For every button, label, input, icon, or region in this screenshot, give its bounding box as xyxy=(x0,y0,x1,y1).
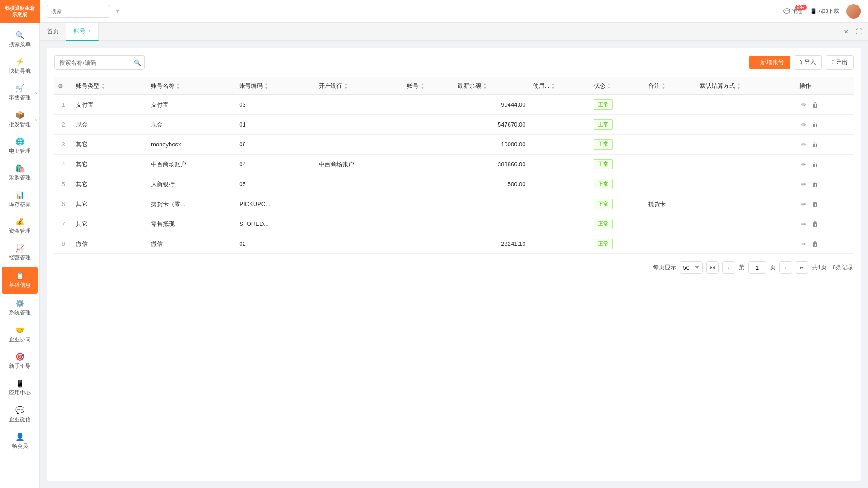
app-download-button[interactable]: 📱 App下载 xyxy=(810,7,839,15)
sidebar-item-system-mgmt[interactable]: ⚙️ 系统管理 xyxy=(0,295,39,321)
delete-button[interactable]: 🗑 xyxy=(810,220,820,229)
delete-button[interactable]: 🗑 xyxy=(810,180,820,189)
row-balance: 500.00 xyxy=(454,174,529,194)
logo-text: 畅捷通财生意 乐意版 xyxy=(5,5,35,18)
tab-home[interactable]: 首页 xyxy=(40,23,66,41)
toolbar-right: + 新增账号 ⤵ 导入 ⤴ 导出 xyxy=(749,55,854,70)
row-type: 其它 xyxy=(72,194,147,214)
sidebar-item-app-center[interactable]: 📱 应用中心 xyxy=(0,375,39,401)
sidebar-item-purchase-mgmt[interactable]: 🛍️ 采购管理 xyxy=(0,160,39,186)
sidebar-label-basic-info: 基础信息 xyxy=(9,282,31,289)
import-button[interactable]: ⤵ 导入 xyxy=(794,55,822,70)
row-bank xyxy=(315,174,403,194)
row-status: 正常 xyxy=(590,194,645,214)
total-label: 共1页，8条记录 xyxy=(812,263,854,272)
tab-close-icon[interactable]: × xyxy=(88,28,91,33)
phone-icon: 📱 xyxy=(810,8,817,14)
delete-button[interactable]: 🗑 xyxy=(810,200,820,209)
row-remark xyxy=(645,135,696,155)
export-button[interactable]: ⤴ 导出 xyxy=(826,55,854,70)
tab-bar-actions: ✕ ⛶ xyxy=(841,26,868,37)
sidebar-icon-inventory: 📊 xyxy=(15,191,24,199)
sidebar-label-ecommerce-mgmt: 电商管理 xyxy=(9,147,31,155)
row-default-settlement xyxy=(696,135,796,155)
sidebar-item-new-guide[interactable]: 🎯 新手引导 xyxy=(0,348,39,375)
delete-button[interactable]: 🗑 xyxy=(810,239,820,249)
tab-bar: 首页 账号 × ✕ ⛶ xyxy=(40,23,868,41)
tab-account[interactable]: 账号 × xyxy=(66,23,99,41)
row-code: PICKUPC... xyxy=(236,194,315,214)
col-type-header[interactable]: 账号类型▲▼ xyxy=(72,77,147,95)
page-label: 第 xyxy=(739,263,745,272)
edit-button[interactable]: ✏ xyxy=(799,100,808,109)
edit-button[interactable]: ✏ xyxy=(799,160,808,169)
sidebar-item-member[interactable]: 👤 畅会员 xyxy=(0,428,39,455)
message-button[interactable]: 💬 消息 99+ xyxy=(783,7,803,15)
sidebar-item-enterprise-wechat[interactable]: 💬 企业微信 xyxy=(0,401,39,428)
sidebar-item-retail-mgmt[interactable]: 🛒 零售管理 › xyxy=(0,80,39,106)
edit-button[interactable]: ✏ xyxy=(799,239,808,249)
sidebar-icon-search-menu: 🔍 xyxy=(15,31,24,39)
edit-button[interactable]: ✏ xyxy=(799,140,808,149)
col-bank-header[interactable]: 开户银行▲▼ xyxy=(315,77,403,95)
edit-button[interactable]: ✏ xyxy=(799,180,808,189)
edit-button[interactable]: ✏ xyxy=(799,200,808,209)
delete-button[interactable]: 🗑 xyxy=(810,140,820,149)
sidebar-item-finance-mgmt[interactable]: 💰 资金管理 xyxy=(0,213,39,239)
sidebar-icon-quick-nav: ⚡ xyxy=(15,57,24,66)
row-usage xyxy=(529,214,590,234)
col-usage-header[interactable]: 使用...▲▼ xyxy=(529,77,590,95)
edit-button[interactable]: ✏ xyxy=(799,120,808,129)
add-account-button[interactable]: + 新增账号 xyxy=(749,56,790,69)
row-code: STORED... xyxy=(236,214,315,234)
page-last-btn[interactable]: ⏭ xyxy=(796,261,808,274)
delete-button[interactable]: 🗑 xyxy=(810,100,820,109)
page-number-input[interactable] xyxy=(748,261,766,274)
header-dropdown-icon[interactable]: ▾ xyxy=(116,7,119,15)
col-status-header[interactable]: 状态▲▼ xyxy=(590,77,645,95)
per-page-select[interactable]: 50 20 100 xyxy=(680,261,703,274)
sidebar-icon-ops-mgmt: 📈 xyxy=(15,244,24,253)
sidebar-item-basic-info[interactable]: 📋 基础信息 xyxy=(2,267,38,294)
sidebar-item-enterprise-agreement[interactable]: 🤝 企业协同 xyxy=(0,321,39,348)
sidebar-item-inventory[interactable]: 📊 库存核算 xyxy=(0,186,39,213)
column-settings-icon[interactable]: ⚙ xyxy=(58,83,63,89)
sidebar-label-ops-mgmt: 经营管理 xyxy=(9,254,31,262)
global-search-input[interactable] xyxy=(47,5,110,18)
sidebar-label-quick-nav: 快捷导航 xyxy=(9,67,31,75)
sidebar-item-wholesale-mgmt[interactable]: 📦 批发管理 › xyxy=(0,106,39,133)
page-prev-btn[interactable]: ‹ xyxy=(722,261,735,274)
col-default-settlement-header[interactable]: 默认结算方式▲▼ xyxy=(696,77,796,95)
sidebar-item-ops-mgmt[interactable]: 📈 经营管理 xyxy=(0,239,39,266)
row-default-settlement xyxy=(696,115,796,135)
sidebar-label-enterprise-wechat: 企业微信 xyxy=(9,416,31,423)
avatar[interactable] xyxy=(846,4,861,19)
row-status: 正常 xyxy=(590,155,645,174)
tab-action-expand[interactable]: ⛶ xyxy=(854,26,864,37)
sidebar-item-search-menu[interactable]: 🔍 搜索菜单 xyxy=(0,26,39,53)
col-remark-header[interactable]: 备注▲▼ xyxy=(645,77,696,95)
delete-button[interactable]: 🗑 xyxy=(810,160,820,169)
row-type: 支付宝 xyxy=(72,95,147,115)
col-name-header[interactable]: 账号名称▲▼ xyxy=(147,77,236,95)
main-area: ▾ 💬 消息 99+ 📱 App下载 首页 账号 × ✕ xyxy=(40,0,868,488)
row-bank xyxy=(315,214,403,234)
delete-button[interactable]: 🗑 xyxy=(810,120,820,129)
sidebar-item-ecommerce-mgmt[interactable]: 🌐 电商管理 xyxy=(0,133,39,160)
search-icon[interactable]: 🔍 xyxy=(134,59,141,66)
row-default-settlement xyxy=(696,234,796,254)
col-balance-header[interactable]: 最新余额▲▼ xyxy=(454,77,529,95)
col-account-header[interactable]: 账号▲▼ xyxy=(403,77,454,95)
account-search-input[interactable] xyxy=(54,55,145,70)
sidebar-item-quick-nav[interactable]: ⚡ 快捷导航 xyxy=(0,53,39,80)
row-account xyxy=(403,214,454,234)
col-code-header[interactable]: 账号编码▲▼ xyxy=(236,77,315,95)
row-account xyxy=(403,174,454,194)
page-first-btn[interactable]: ⏮ xyxy=(706,261,719,274)
page-next-btn[interactable]: › xyxy=(779,261,792,274)
accounts-table: ⚙ 账号类型▲▼ 账号名称▲▼ 账号编码▲▼ 开户银行▲▼ 账号▲▼ 最新余额▲… xyxy=(54,77,854,254)
tab-action-close[interactable]: ✕ xyxy=(841,26,852,37)
message-badge: 99+ xyxy=(795,5,807,10)
row-name: 支付宝 xyxy=(147,95,236,115)
edit-button[interactable]: ✏ xyxy=(799,220,808,229)
